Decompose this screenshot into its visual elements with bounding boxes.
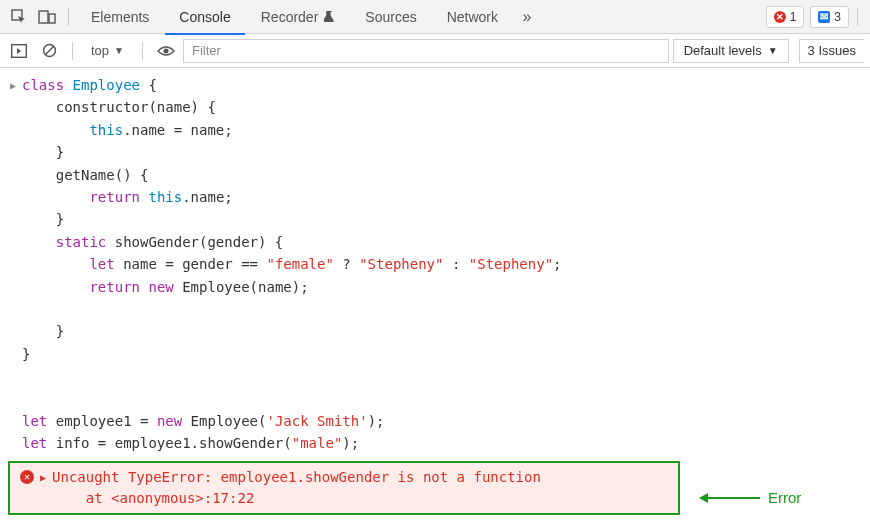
tab-recorder-label: Recorder — [261, 9, 319, 25]
tab-network[interactable]: Network — [433, 0, 512, 34]
context-label: top — [91, 43, 109, 58]
flask-icon — [324, 11, 335, 22]
error-icon: ✕ — [20, 470, 34, 484]
inspect-icon[interactable] — [6, 4, 32, 30]
tab-console[interactable]: Console — [165, 1, 244, 35]
sidebar-toggle-icon[interactable] — [6, 38, 32, 64]
message-count-badge[interactable]: ✉ 3 — [810, 6, 849, 28]
expand-icon[interactable]: ▶ — [40, 467, 46, 485]
error-badge-icon: ✕ — [774, 11, 786, 23]
separator — [857, 8, 858, 26]
tab-elements[interactable]: Elements — [77, 0, 163, 34]
console-toolbar: top ▼ Filter Default levels ▼ 3 Issues — [0, 34, 870, 68]
arrow-icon — [700, 497, 760, 499]
levels-label: Default levels — [684, 43, 762, 58]
error-count: 1 — [790, 10, 797, 24]
separator — [68, 8, 69, 26]
chevron-down-icon: ▼ — [768, 45, 778, 56]
log-levels-selector[interactable]: Default levels ▼ — [673, 39, 789, 63]
context-selector[interactable]: top ▼ — [83, 40, 132, 61]
more-tabs-icon[interactable]: » — [514, 4, 540, 30]
console-error-entry: ✕ ▶ Uncaught TypeError: employee1.showGe… — [8, 461, 680, 515]
error-count-badge[interactable]: ✕ 1 — [766, 6, 805, 28]
tab-sources[interactable]: Sources — [351, 0, 430, 34]
svg-rect-1 — [39, 11, 48, 23]
svg-point-6 — [163, 48, 168, 53]
console-entry: ▶ class Employee { constructor(name) { t… — [0, 74, 870, 455]
filter-input[interactable]: Filter — [183, 39, 669, 63]
chevron-down-icon: ▼ — [114, 45, 124, 56]
eye-icon[interactable] — [153, 38, 179, 64]
devtools-tabbar: Elements Console Recorder Sources Networ… — [0, 0, 870, 34]
device-toggle-icon[interactable] — [34, 4, 60, 30]
tab-recorder[interactable]: Recorder — [247, 0, 350, 34]
message-count: 3 — [834, 10, 841, 24]
filter-placeholder: Filter — [192, 43, 221, 58]
console-output: ▶ class Employee { constructor(name) { t… — [0, 68, 870, 521]
separator — [142, 42, 143, 60]
message-badge-icon: ✉ — [818, 11, 830, 23]
code-block: class Employee { constructor(name) { thi… — [22, 74, 860, 455]
annotation-label: Error — [768, 489, 801, 506]
annotation: Error — [700, 489, 801, 506]
svg-rect-2 — [49, 14, 55, 23]
separator — [72, 42, 73, 60]
expand-icon[interactable]: ▶ — [10, 74, 22, 94]
clear-console-icon[interactable] — [36, 38, 62, 64]
error-message: Uncaught TypeError: employee1.showGender… — [52, 467, 541, 509]
svg-line-5 — [45, 46, 53, 54]
issues-button[interactable]: 3 Issues — [799, 39, 864, 63]
